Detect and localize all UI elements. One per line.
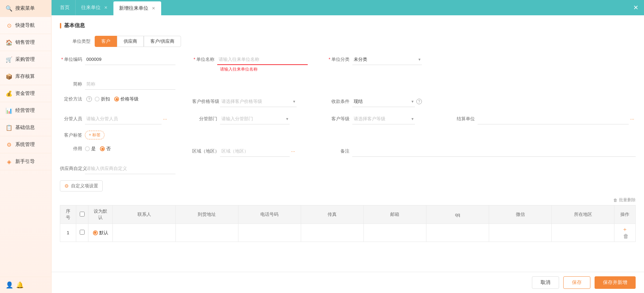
row-add-button[interactable]: ＋	[622, 226, 628, 232]
department-select[interactable]: 请输入分管部门 ▾	[220, 113, 290, 124]
custom-settings-button[interactable]: ⚙ 自定义项设置	[60, 180, 103, 192]
address-input[interactable]	[179, 227, 235, 238]
form-row-pricing: 定价方法 ? 折扣 价格等级 客户价格等级	[60, 96, 636, 107]
customer-price-select[interactable]: 请选择客户价格等级 ▾	[220, 96, 297, 107]
row-default-radio[interactable]: 默认	[92, 230, 109, 236]
payment-select[interactable]: 现结 ▾	[352, 96, 415, 107]
tab-new-partner-close[interactable]: ✕	[152, 6, 155, 11]
sidebar-item-operations[interactable]: 📊 经营管理	[0, 102, 51, 119]
tab-bar: 首页 往来单位 ✕ 新增往来单位 ✕ ✕	[52, 0, 644, 15]
disabled-yes[interactable]: 是	[85, 146, 96, 152]
sidebar-item-search[interactable]: 🔍 搜索菜单	[0, 0, 51, 17]
sidebar-item-label: 搜索菜单	[15, 5, 35, 11]
abbr-input[interactable]	[85, 79, 175, 90]
row-email	[363, 224, 426, 242]
settlement-ellipsis[interactable]: ···	[629, 116, 636, 122]
row-checkbox[interactable]	[80, 230, 85, 235]
delete-icon: 🗑	[613, 198, 618, 203]
manager-ellipsis[interactable]: ···	[162, 116, 168, 122]
customer-level-select[interactable]: 请选择客户等级 ▾	[352, 113, 415, 124]
pricing-price-level[interactable]: 价格等级	[114, 96, 139, 102]
sidebar-item-finance[interactable]: 💰 资金管理	[0, 85, 51, 102]
row-action: ＋ 🗑	[614, 224, 636, 242]
form-row-1: 单位编码 单位名称 请输入往来单位名称 单位分类 未分类	[60, 54, 636, 72]
sidebar-item-sales[interactable]: 🏠 销售管理	[0, 34, 51, 51]
tab-home[interactable]: 首页	[54, 0, 76, 15]
sidebar-item-purchase[interactable]: 🛒 采购管理	[0, 51, 51, 68]
phone-input[interactable]	[242, 227, 297, 238]
unit-name-field: 单位名称 请输入往来单位名称	[192, 54, 324, 72]
unit-category-select[interactable]: 未分类 ▾	[352, 54, 422, 65]
row-delete-button[interactable]: 🗑	[623, 233, 629, 239]
tab-partner[interactable]: 往来单位 ✕	[76, 0, 113, 15]
sidebar-item-label: 库存核算	[15, 73, 35, 80]
payment-help-icon[interactable]: ?	[416, 99, 422, 104]
sidebar-item-inventory[interactable]: 📦 库存核算	[0, 68, 51, 85]
table-row: 1 默认	[60, 224, 636, 242]
wechat-input[interactable]	[493, 227, 548, 238]
department-label: 分管部门	[192, 116, 220, 122]
unit-code-field: 单位编码	[60, 54, 192, 65]
supplier-custom-label: 供应商自定义	[60, 165, 85, 172]
settlement-input[interactable]	[478, 113, 629, 124]
contact-input[interactable]	[116, 227, 172, 238]
sales-icon: 🏠	[6, 39, 13, 46]
chevron-down-icon: ▾	[293, 99, 295, 104]
save-new-button[interactable]: 保存并新增	[595, 276, 636, 289]
sidebar-item-guide[interactable]: ◈ 新手引导	[0, 153, 51, 170]
custom-settings-label: 自定义项设置	[71, 183, 98, 189]
unit-code-input[interactable]	[85, 54, 175, 65]
row-region-input[interactable]	[555, 227, 611, 238]
sidebar-item-label: 新手引导	[15, 158, 35, 165]
sidebar-item-system[interactable]: ⚙ 系统管理	[0, 136, 51, 153]
col-default: 设为默认	[88, 205, 113, 224]
manager-label: 分管人员	[60, 116, 85, 122]
unit-type-supplier[interactable]: 供应商	[117, 36, 144, 47]
sidebar-item-basic[interactable]: 📋 基础信息	[0, 119, 51, 136]
customer-level-placeholder: 请选择客户等级	[354, 116, 385, 122]
qq-input[interactable]	[430, 227, 485, 238]
settlement-field: 结算单位 ···	[450, 113, 636, 124]
customer-level-field: 客户等级 请选择客户等级 ▾	[324, 113, 450, 124]
region-ellipsis[interactable]: ···	[290, 148, 297, 154]
manager-input[interactable]	[85, 113, 162, 124]
col-address: 到货地址	[175, 205, 238, 224]
settlement-label: 结算单位	[450, 116, 478, 122]
form-row-tag: 客户标签 + 标签	[60, 131, 636, 139]
supplier-custom-input[interactable]	[85, 163, 175, 174]
guide-icon: ◈	[6, 158, 13, 165]
row-address	[175, 224, 238, 242]
unit-category-field: 单位分类 未分类 ▾	[324, 54, 636, 65]
col-email: 邮箱	[363, 205, 426, 224]
unit-type-customer[interactable]: 客户	[95, 36, 117, 47]
col-index: 序号	[60, 205, 76, 224]
region-input[interactable]	[220, 146, 290, 157]
email-input[interactable]	[367, 227, 423, 238]
basic-info-form: 单位类型 客户 供应商 客户/供应商 单位编码 单位名称 请输入往来单位	[60, 36, 636, 174]
unit-name-input[interactable]	[217, 54, 308, 65]
remark-input[interactable]	[352, 146, 636, 157]
cancel-button[interactable]: 取消	[532, 276, 559, 289]
pricing-radio-group: 折扣 价格等级	[95, 96, 139, 102]
select-all-checkbox[interactable]	[80, 212, 85, 217]
unit-type-both[interactable]: 客户/供应商	[144, 36, 181, 47]
add-tag-button[interactable]: + 标签	[85, 131, 104, 139]
unit-name-label: 单位名称	[192, 56, 217, 63]
sidebar-item-quicknav[interactable]: ⊙ 快捷导航	[0, 17, 51, 34]
save-button[interactable]: 保存	[563, 276, 590, 289]
row-index: 1	[60, 224, 76, 242]
system-icon: ⚙	[6, 141, 13, 148]
batch-delete-button[interactable]: 🗑 批量删除	[613, 197, 636, 203]
pricing-discount[interactable]: 折扣	[95, 96, 110, 102]
tab-new-partner[interactable]: 新增往来单位 ✕	[113, 1, 161, 15]
pricing-help-icon[interactable]: ?	[86, 96, 92, 102]
row-phone	[238, 224, 301, 242]
home-icon: ⊙	[6, 22, 13, 29]
form-content: 基本信息 单位类型 客户 供应商 客户/供应商 单位编码 单位名称	[52, 15, 644, 272]
row-checkbox-cell	[76, 224, 88, 242]
window-close-button[interactable]: ✕	[630, 4, 641, 11]
fax-input[interactable]	[305, 227, 360, 238]
disabled-no[interactable]: 否	[100, 146, 111, 152]
sidebar-item-label: 资金管理	[15, 90, 35, 97]
tab-partner-close[interactable]: ✕	[104, 5, 108, 10]
